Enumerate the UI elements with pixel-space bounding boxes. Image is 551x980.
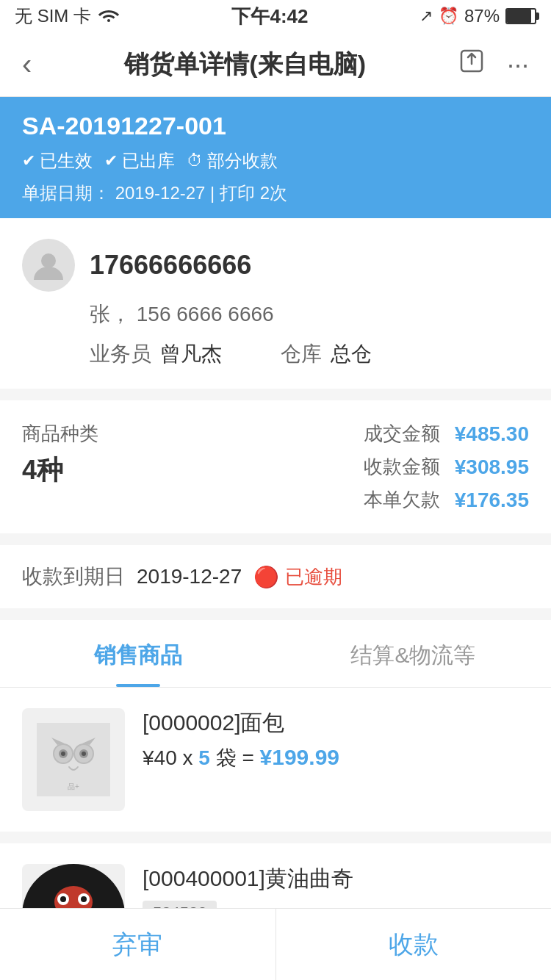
clock-icon: ⏱	[187, 151, 203, 170]
svg-point-1	[41, 253, 56, 268]
print-unit: 次	[270, 183, 287, 203]
order-date: 2019-12-27	[115, 183, 206, 203]
status-right: ↗ ⏰ 87%	[419, 6, 536, 26]
svg-point-14	[60, 896, 66, 902]
product-details: [0000002]面包 ¥40 x 5 袋 = ¥199.99	[143, 708, 529, 772]
nav-actions: ···	[458, 48, 529, 81]
deal-amount-value: ¥485.30	[455, 422, 529, 446]
stats-section: 商品种类 4种 成交金额 ¥485.30 收款金额 ¥308.95 本单欠款 ¥…	[0, 400, 551, 533]
svg-text:品+: 品+	[68, 782, 79, 790]
alarm-icon: ⏰	[439, 7, 458, 26]
product-thumb-placeholder: 品+	[22, 708, 125, 811]
due-label: 收款到期日	[22, 563, 125, 591]
due-section: 收款到期日 2019-12-27 🔴 已逾期	[0, 545, 551, 608]
location-icon: ↗	[419, 7, 433, 26]
product-price-line: ¥40 x 5 袋 = ¥199.99	[143, 744, 529, 772]
battery-icon	[505, 8, 536, 24]
wifi-icon	[97, 6, 120, 26]
badge-partial-payment: ⏱ 部分收款	[187, 149, 278, 173]
date-label: 单据日期：	[22, 183, 110, 203]
check-icon: ✔	[22, 151, 35, 170]
overdue-icon: 🔴	[253, 565, 279, 589]
tabs: 销售商品 结算&物流等	[0, 620, 551, 688]
warehouse-value: 总仓	[331, 340, 372, 368]
product-thumbnail: 品+	[22, 708, 125, 811]
tab-settlement[interactable]: 结算&物流等	[276, 620, 551, 687]
owed-value: ¥176.35	[455, 489, 529, 512]
warehouse-label: 仓库	[281, 340, 322, 368]
category-value: 4种	[22, 453, 98, 489]
badge-shipped: ✔ 已出库	[104, 149, 175, 173]
received-value: ¥308.95	[455, 455, 529, 479]
deal-amount-label: 成交金额	[364, 421, 440, 447]
product-name: [0000002]面包	[143, 708, 529, 738]
customer-phone-row: 张， 156 6666 6666	[22, 300, 529, 328]
battery-label: 87%	[464, 6, 500, 26]
customer-meta: 业务员 曾凡杰 仓库 总仓	[22, 340, 529, 368]
order-header: SA-20191227-001 ✔ 已生效 ✔ 已出库 ⏱ 部分收款 单据日期：…	[0, 97, 551, 218]
list-item: 品+ [0000002]面包 ¥40 x 5 袋 = ¥199.99	[0, 688, 551, 832]
tab-products[interactable]: 销售商品	[0, 620, 276, 687]
print-label: 打印	[220, 183, 255, 203]
carrier-label: 无 SIM 卡	[15, 4, 91, 28]
received-label: 收款金额	[364, 454, 440, 480]
salesperson-label: 业务员	[90, 340, 151, 368]
customer-section: 17666666666 张， 156 6666 6666 业务员 曾凡杰 仓库 …	[0, 218, 551, 389]
customer-id: 17666666666	[90, 250, 251, 281]
overdue-label: 已逾期	[285, 564, 342, 590]
more-button[interactable]: ···	[507, 49, 529, 80]
order-date-line: 单据日期： 2019-12-27 | 打印 2次	[22, 181, 529, 205]
product-name-2: [000400001]黄油曲奇	[143, 864, 529, 894]
stats-row: 商品种类 4种 成交金额 ¥485.30 收款金额 ¥308.95 本单欠款 ¥…	[22, 421, 529, 513]
page-title: 销货单详情(来自电脑)	[124, 48, 366, 82]
cancel-review-button[interactable]: 弃审	[0, 909, 276, 980]
customer-phone-number: 156 6666 6666	[137, 303, 274, 325]
overdue-badge: 🔴 已逾期	[253, 564, 342, 590]
order-id: SA-20191227-001	[22, 112, 529, 140]
stats-right: 成交金额 ¥485.30 收款金额 ¥308.95 本单欠款 ¥176.35	[364, 421, 529, 513]
svg-point-15	[81, 896, 87, 902]
separator: |	[210, 183, 220, 203]
svg-point-8	[82, 752, 86, 756]
svg-point-7	[61, 752, 65, 756]
salesperson-value: 曾凡杰	[160, 340, 222, 368]
deal-amount-item: 成交金额 ¥485.30	[364, 421, 529, 447]
collect-payment-button[interactable]: 收款	[276, 909, 552, 980]
category-label: 商品种类	[22, 421, 98, 447]
warehouse-item: 仓库 总仓	[281, 340, 372, 368]
owed-label: 本单欠款	[364, 487, 440, 513]
order-badges: ✔ 已生效 ✔ 已出库 ⏱ 部分收款	[22, 149, 529, 173]
share-button[interactable]	[458, 48, 485, 81]
owed-item: 本单欠款 ¥176.35	[364, 487, 529, 513]
badge-effective: ✔ 已生效	[22, 149, 93, 173]
product-total: ¥199.99	[260, 745, 339, 769]
check-icon-2: ✔	[104, 151, 118, 170]
customer-name-label: 张，	[90, 303, 131, 325]
received-item: 收款金额 ¥308.95	[364, 454, 529, 480]
back-button[interactable]: ‹	[22, 48, 32, 81]
bottom-bar: 弃审 收款	[0, 908, 551, 980]
due-date-value: 2019-12-27	[137, 565, 242, 588]
nav-bar: ‹ 销货单详情(来自电脑) ···	[0, 32, 551, 97]
stats-left: 商品种类 4种	[22, 421, 98, 489]
status-bar: 无 SIM 卡 下午4:42 ↗ ⏰ 87%	[0, 0, 551, 32]
product-quantity: 5	[198, 746, 210, 769]
avatar	[22, 239, 75, 292]
salesperson-item: 业务员 曾凡杰	[90, 340, 222, 368]
status-left: 无 SIM 卡	[15, 4, 120, 28]
customer-row: 17666666666	[22, 239, 529, 292]
status-time: 下午4:42	[231, 4, 308, 29]
